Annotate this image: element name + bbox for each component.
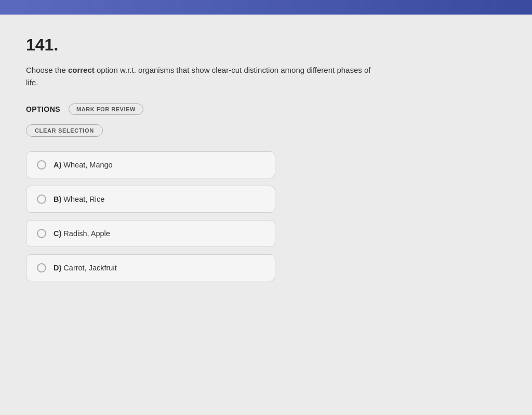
option-text-d: D) Carrot, Jackfruit	[54, 264, 117, 272]
top-bar	[0, 0, 532, 15]
question-number: 141.	[26, 35, 506, 55]
option-item-a[interactable]: A) Wheat, Mango	[26, 151, 275, 178]
radio-c	[37, 229, 46, 238]
option-text-a: A) Wheat, Mango	[54, 161, 113, 169]
content-area: 141. Choose the correct option w.r.t. or…	[0, 15, 532, 415]
option-item-b[interactable]: B) Wheat, Rice	[26, 186, 275, 213]
question-text-part1: Choose the	[26, 66, 68, 74]
answer-options: A) Wheat, MangoB) Wheat, RiceC) Radish, …	[26, 151, 275, 281]
radio-a	[37, 160, 46, 170]
option-item-d[interactable]: D) Carrot, Jackfruit	[26, 254, 275, 281]
radio-b	[37, 194, 46, 204]
question-text-bold: correct	[68, 66, 95, 74]
option-item-c[interactable]: C) Radish, Apple	[26, 220, 275, 247]
question-text: Choose the correct option w.r.t. organis…	[26, 64, 379, 89]
option-text-c: C) Radish, Apple	[54, 229, 110, 238]
clear-selection-button[interactable]: CLEAR SELECTION	[26, 124, 103, 137]
mark-for-review-button[interactable]: MARK FOR REVIEW	[69, 103, 143, 115]
radio-d	[37, 263, 46, 273]
options-label: OPTIONS	[26, 105, 60, 113]
option-text-b: B) Wheat, Rice	[54, 195, 104, 203]
options-row: OPTIONS MARK FOR REVIEW	[26, 103, 506, 115]
